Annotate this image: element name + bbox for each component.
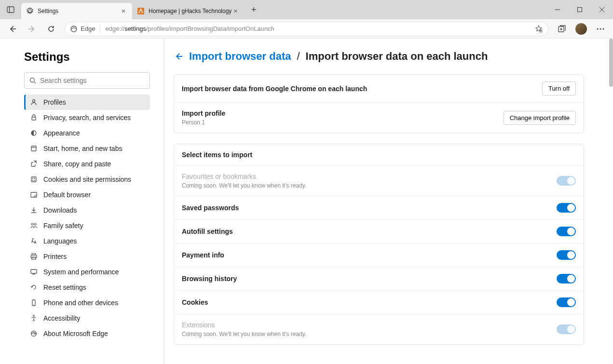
change-profile-button[interactable]: Change import profile [504, 111, 576, 125]
sidebar-item-label: Share, copy and paste [43, 160, 111, 168]
breadcrumb-back-button[interactable] [174, 52, 183, 61]
svg-rect-0 [7, 7, 14, 13]
profile-icon [30, 98, 38, 106]
svg-line-18 [34, 82, 36, 83]
sidebar-item-reset-settings[interactable]: Reset settings [24, 280, 150, 295]
sidebar-item-label: Default browser [43, 191, 91, 199]
tab-close-button[interactable]: × [232, 7, 239, 15]
sidebar-item-cookies-and-site-permissions[interactable]: Cookies and site permissions [24, 172, 150, 187]
import-item-label: Favourites or bookmarks [182, 173, 306, 180]
sidebar-item-languages[interactable]: Languages [24, 233, 150, 249]
site-identity: Edge [81, 25, 95, 32]
sidebar-item-profiles[interactable]: Profiles [24, 94, 150, 110]
close-window-button[interactable] [591, 0, 613, 19]
sidebar-item-system-and-performance[interactable]: System and performance [24, 264, 150, 280]
svg-rect-24 [31, 177, 36, 182]
import-profile-label: Import profile [182, 109, 225, 117]
sidebar-item-about-microsoft-edge[interactable]: About Microsoft Edge [24, 326, 150, 341]
language-icon [30, 237, 38, 245]
breadcrumb-link[interactable]: Import browser data [189, 50, 291, 63]
sidebar-item-phone-and-other-devices[interactable]: Phone and other devices [24, 295, 150, 310]
collections-icon [558, 25, 566, 33]
sidebar-item-label: Languages [43, 237, 77, 245]
turn-off-button[interactable]: Turn off [542, 81, 576, 95]
import-item-sub: Coming soon. We'll let you know when it'… [182, 182, 306, 189]
sidebar-item-label: Printers [43, 253, 67, 260]
maximize-button[interactable] [569, 0, 591, 19]
sidebar-item-label: Family safety [43, 222, 83, 229]
svg-point-31 [31, 223, 33, 225]
titlebar: Settings × Homepage | gHacks Technology … [0, 0, 613, 19]
import-summary-card: Import browser data from Google Chrome o… [174, 74, 584, 133]
sidebar-item-appearance[interactable]: Appearance [24, 125, 150, 141]
avatar [575, 23, 587, 35]
favorite-icon[interactable] [534, 25, 543, 33]
favicon-icon [137, 7, 145, 15]
tab-title: Homepage | gHacks Technology [149, 8, 232, 14]
svg-point-14 [597, 28, 599, 29]
gear-icon [26, 7, 34, 15]
edge-icon [70, 25, 78, 33]
import-item-label: Cookies [182, 298, 208, 306]
import-item-row: ExtensionsComing soon. We'll let you kno… [174, 314, 584, 344]
forward-button[interactable] [23, 21, 41, 37]
import-item-row: Favourites or bookmarksComing soon. We'l… [174, 166, 584, 196]
toggle-autofill-settings[interactable] [557, 227, 576, 236]
scrollbar[interactable] [609, 39, 613, 87]
toggle-payment-info[interactable] [557, 250, 576, 260]
svg-rect-22 [31, 146, 36, 151]
sidebar-item-default-browser[interactable]: Default browser [24, 187, 150, 202]
tab-close-button[interactable]: × [120, 7, 127, 15]
collections-button[interactable] [553, 21, 571, 37]
refresh-button[interactable] [42, 21, 60, 37]
new-tab-button[interactable]: + [246, 2, 261, 17]
sidebar-item-family-safety[interactable]: Family safety [24, 218, 150, 233]
breadcrumb: Import browser data / Import browser dat… [174, 50, 584, 63]
import-from-label: Import browser data from Google Chrome o… [182, 85, 367, 93]
more-icon [597, 28, 604, 30]
import-item-row: Saved passwords [174, 196, 584, 220]
address-bar[interactable]: Edge edge://settings/profiles/importBrow… [65, 22, 548, 36]
toggle-extensions [557, 324, 576, 334]
home-icon [30, 145, 38, 152]
toggle-saved-passwords[interactable] [557, 203, 576, 213]
profile-button[interactable] [572, 21, 590, 37]
tab-settings[interactable]: Settings × [21, 3, 132, 19]
search-settings-input[interactable] [40, 77, 145, 84]
sidebar-item-printers[interactable]: Printers [24, 249, 150, 264]
tab-actions-button[interactable] [0, 0, 21, 19]
sidebar-item-privacy-search-and-services[interactable]: Privacy, search, and services [24, 110, 150, 125]
select-items-card: Select items to import Favourites or boo… [174, 144, 584, 345]
svg-point-15 [600, 28, 601, 29]
svg-point-17 [30, 78, 35, 82]
import-item-label: Browsing history [182, 275, 237, 283]
sidebar-item-label: Privacy, search, and services [43, 114, 131, 121]
minimize-button[interactable] [546, 0, 569, 19]
back-button[interactable] [4, 21, 21, 37]
toggle-favourites-or-bookmarks [557, 176, 576, 186]
import-item-label: Extensions [182, 321, 306, 329]
sidebar-item-label: Accessibility [43, 314, 80, 322]
edge-icon [30, 330, 38, 337]
download-icon [30, 206, 38, 214]
arrow-right-icon [27, 25, 36, 33]
sidebar-item-downloads[interactable]: Downloads [24, 202, 150, 218]
tab-ghacks[interactable]: Homepage | gHacks Technology × [132, 3, 244, 19]
settings-heading: Settings [24, 50, 163, 64]
accessibility-icon [30, 314, 38, 322]
share-icon [30, 160, 38, 168]
toggle-browsing-history[interactable] [557, 274, 576, 283]
menu-button[interactable] [592, 21, 609, 37]
import-item-row: Autofill settings [174, 220, 584, 243]
sidebar-item-label: Downloads [43, 206, 77, 214]
sidebar-item-label: System and performance [43, 268, 119, 276]
toggle-cookies[interactable] [557, 297, 576, 307]
svg-point-19 [33, 100, 35, 102]
sidebar-item-label: Phone and other devices [43, 299, 118, 307]
import-item-sub: Coming soon. We'll let you know when it'… [182, 331, 306, 337]
sidebar-item-share-copy-and-paste[interactable]: Share, copy and paste [24, 156, 150, 172]
search-settings-box[interactable] [24, 72, 150, 89]
import-item-label: Payment info [182, 251, 224, 259]
sidebar-item-accessibility[interactable]: Accessibility [24, 310, 150, 326]
sidebar-item-start-home-and-new-tabs[interactable]: Start, home, and new tabs [24, 141, 150, 156]
